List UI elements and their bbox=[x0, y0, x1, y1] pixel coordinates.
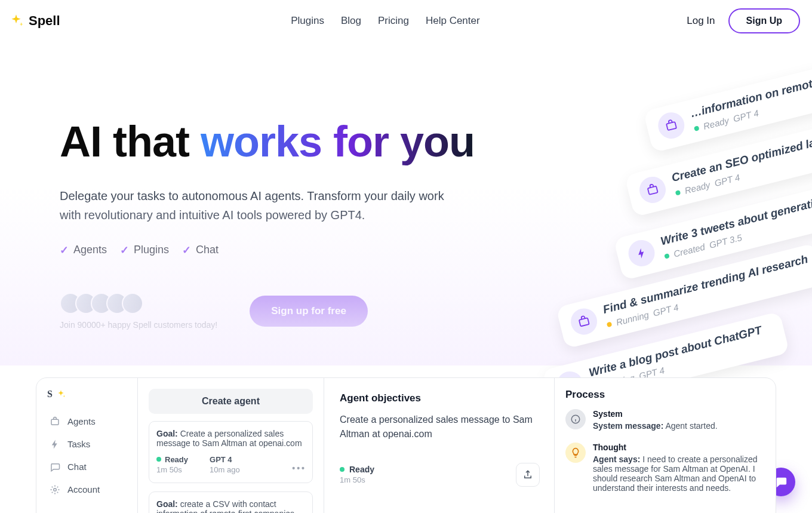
proof-text: Join 90000+ happy Spell customers today! bbox=[60, 320, 217, 330]
check-icon: ✓ bbox=[120, 244, 129, 257]
check-chat: ✓Chat bbox=[182, 244, 219, 257]
cta-signup-free[interactable]: Sign up for free bbox=[250, 296, 368, 327]
nav-blog[interactable]: Blog bbox=[341, 15, 361, 27]
gear-icon bbox=[50, 484, 60, 495]
check-icon: ✓ bbox=[60, 244, 69, 257]
process-item-system: System System message: Agent started. bbox=[565, 409, 765, 431]
bulb-icon bbox=[565, 443, 586, 463]
nav-plugins[interactable]: Plugins bbox=[291, 15, 324, 27]
objectives-text: Create a personalized sales message to S… bbox=[340, 413, 540, 441]
spark-icon bbox=[8, 13, 24, 29]
preview-objectives: Agent objectives Create a personalized s… bbox=[324, 378, 555, 513]
sidebar-chat[interactable]: Chat bbox=[47, 456, 127, 478]
logo-text: Spell bbox=[29, 13, 60, 29]
info-icon bbox=[565, 409, 586, 429]
social-proof: Join 90000+ happy Spell customers today!… bbox=[60, 293, 812, 330]
preview-process: Process System System message: Agent sta… bbox=[555, 378, 776, 513]
nav-pricing[interactable]: Pricing bbox=[378, 15, 409, 27]
objectives-title: Agent objectives bbox=[340, 392, 540, 404]
spark-icon bbox=[56, 389, 66, 399]
feature-checks: ✓Agents ✓Plugins ✓Chat bbox=[60, 244, 812, 257]
agent-card[interactable]: Goal: create a CSV with contact informat… bbox=[149, 492, 313, 513]
preview-sidebar: S Agents Tasks Chat Account bbox=[36, 378, 138, 513]
chat-icon bbox=[774, 475, 788, 489]
nav-help[interactable]: Help Center bbox=[426, 15, 480, 27]
float-card: Write 3 tweets about generative AI Creat… bbox=[614, 180, 812, 280]
avatar-stack bbox=[60, 293, 217, 314]
share-button[interactable] bbox=[516, 463, 540, 487]
main-nav: Plugins Blog Pricing Help Center bbox=[291, 15, 479, 27]
card-menu-icon[interactable]: ••• bbox=[292, 463, 306, 473]
process-item-thought: Thought Agent says: I need to create a p… bbox=[565, 443, 765, 493]
preview-logo: S bbox=[47, 389, 127, 400]
sidebar-agents[interactable]: Agents bbox=[47, 410, 127, 433]
app-preview: S Agents Tasks Chat Account Create agent… bbox=[36, 377, 776, 513]
logo[interactable]: Spell bbox=[8, 13, 60, 29]
hero: …information on remote-first companies R… bbox=[0, 42, 812, 365]
share-icon bbox=[522, 469, 533, 480]
signup-button[interactable]: Sign Up bbox=[728, 8, 800, 33]
check-plugins: ✓Plugins bbox=[120, 244, 169, 257]
auth-actions: Log In Sign Up bbox=[687, 8, 800, 33]
agent-card[interactable]: Goal: Create a personalized sales messag… bbox=[149, 421, 313, 483]
process-title: Process bbox=[565, 389, 765, 401]
hero-subtitle: Delegate your tasks to autonomous AI age… bbox=[60, 186, 454, 225]
chat-icon bbox=[50, 462, 60, 472]
check-icon: ✓ bbox=[182, 244, 191, 257]
sidebar-account[interactable]: Account bbox=[47, 478, 127, 501]
check-agents: ✓Agents bbox=[60, 244, 107, 257]
sidebar-tasks[interactable]: Tasks bbox=[47, 433, 127, 456]
login-link[interactable]: Log In bbox=[687, 15, 715, 27]
avatar bbox=[122, 293, 143, 314]
site-header: Spell Plugins Blog Pricing Help Center L… bbox=[0, 0, 812, 42]
preview-list: Create agent Goal: Create a personalized… bbox=[138, 378, 324, 513]
briefcase-icon bbox=[50, 416, 60, 427]
hero-title: AI that works for you bbox=[60, 119, 812, 165]
bolt-icon bbox=[50, 439, 60, 450]
float-title: …information on remote-first companies bbox=[689, 54, 812, 120]
create-agent-button[interactable]: Create agent bbox=[149, 389, 313, 414]
briefcase-icon bbox=[636, 174, 668, 205]
